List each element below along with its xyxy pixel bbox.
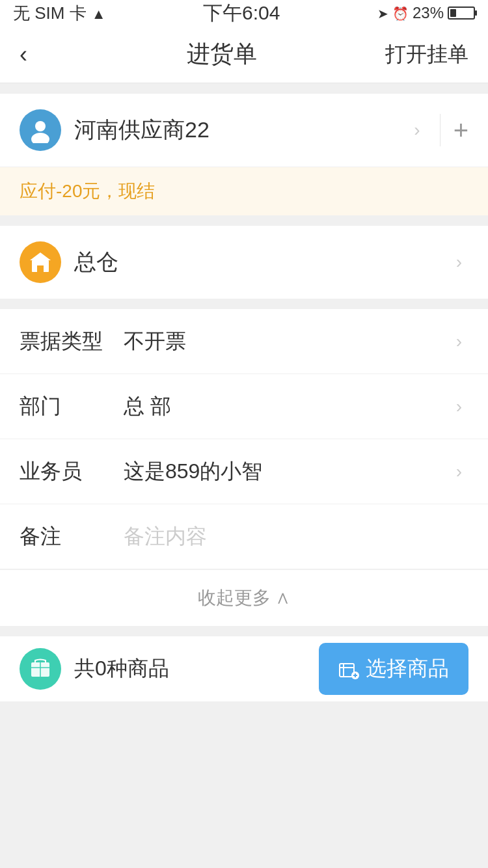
- svg-point-1: [31, 133, 49, 143]
- warehouse-name: 总仓: [74, 247, 456, 277]
- supplier-name: 河南供应商22: [74, 115, 414, 145]
- svg-marker-3: [30, 252, 51, 260]
- svg-rect-4: [37, 265, 44, 272]
- add-supplier-button[interactable]: +: [454, 117, 468, 143]
- supplier-section: 河南供应商22 › + 应付-20元，现结: [0, 94, 488, 215]
- department-value: 总 部: [111, 392, 456, 421]
- status-left: 无 SIM 卡: [13, 2, 105, 25]
- divider-top: [0, 83, 488, 94]
- department-row[interactable]: 部门 总 部 ›: [0, 374, 488, 439]
- wifi-icon: [92, 3, 106, 23]
- department-arrow-icon: ›: [456, 396, 462, 417]
- supplier-divider: [440, 114, 441, 146]
- form-section: 票据类型 不开票 › 部门 总 部 › 业务员 这是859的小智 › 备注 备注…: [0, 309, 488, 626]
- status-bar: 无 SIM 卡 下午6:04 23%: [0, 0, 488, 26]
- salesperson-arrow-icon: ›: [456, 461, 462, 482]
- collapse-bar[interactable]: 收起更多 ∧: [0, 569, 488, 626]
- invoice-type-row[interactable]: 票据类型 不开票 ›: [0, 309, 488, 374]
- select-product-button[interactable]: 选择商品: [319, 643, 468, 695]
- page-title: 进货单: [187, 38, 257, 70]
- invoice-type-label: 票据类型: [20, 327, 111, 356]
- supplier-avatar: [20, 109, 61, 151]
- status-right: 23%: [377, 4, 475, 22]
- select-product-label: 选择商品: [366, 655, 449, 683]
- carrier-text: 无 SIM 卡: [13, 2, 87, 25]
- warehouse-icon: [20, 241, 61, 283]
- back-button[interactable]: ‹: [20, 41, 59, 68]
- open-pending-button[interactable]: 打开挂单: [385, 40, 468, 69]
- product-count: 共0种商品: [74, 655, 319, 683]
- remark-row[interactable]: 备注 备注内容: [0, 504, 488, 569]
- alarm-icon: [392, 4, 409, 22]
- status-time: 下午6:04: [203, 0, 280, 27]
- supplier-row[interactable]: 河南供应商22 › +: [0, 94, 488, 167]
- svg-point-0: [35, 121, 46, 131]
- battery-text: 23%: [413, 4, 444, 22]
- select-product-icon: [338, 658, 359, 679]
- warehouse-row[interactable]: 总仓 ›: [0, 226, 488, 299]
- warehouse-arrow-icon: ›: [456, 252, 462, 273]
- invoice-type-arrow-icon: ›: [456, 331, 462, 352]
- alert-banner: 应付-20元，现结: [0, 167, 488, 215]
- remark-label: 备注: [20, 522, 111, 551]
- department-label: 部门: [20, 392, 111, 421]
- nav-bar: ‹ 进货单 打开挂单: [0, 26, 488, 83]
- collapse-text: 收起更多 ∧: [198, 586, 291, 610]
- bottom-bar: 共0种商品 选择商品: [0, 636, 488, 701]
- remark-input[interactable]: 备注内容: [111, 522, 468, 551]
- product-icon: [20, 648, 61, 690]
- supplier-arrow-icon: ›: [414, 120, 420, 141]
- invoice-type-value: 不开票: [111, 327, 456, 356]
- battery-icon: [448, 7, 475, 20]
- warehouse-section: 总仓 ›: [0, 226, 488, 299]
- salesperson-label: 业务员: [20, 457, 111, 486]
- salesperson-value: 这是859的小智: [111, 457, 456, 486]
- salesperson-row[interactable]: 业务员 这是859的小智 ›: [0, 439, 488, 504]
- location-icon: [377, 4, 388, 22]
